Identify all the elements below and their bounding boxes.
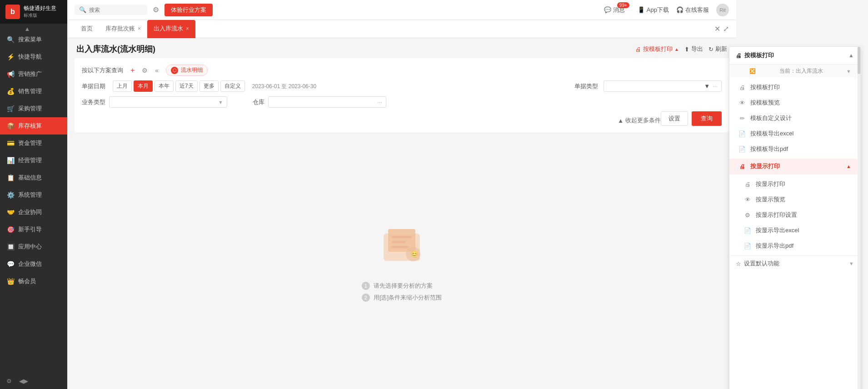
display-pdf-icon: 📄 xyxy=(744,242,751,249)
empty-tips: 1 请先选择要分析的方案 2 用[选]条件来缩小分析范围 xyxy=(362,282,442,302)
sales-icon: 💰 xyxy=(6,87,15,95)
dropdown-collapse-icon[interactable]: ▲ xyxy=(848,52,854,59)
purchase-icon: 🛒 xyxy=(6,105,15,113)
sidebar-item-member[interactable]: 👑 畅会员 xyxy=(0,273,67,290)
sidebar-item-appstore[interactable]: 🔲 应用中心 xyxy=(0,238,67,255)
date-btn-this-month[interactable]: 本月 xyxy=(134,80,153,92)
sidebar-item-finance[interactable]: 💳 资金管理 xyxy=(0,135,67,152)
empty-tip-1: 1 请先选择要分析的方案 xyxy=(362,282,442,290)
svg-rect-4 xyxy=(392,246,408,248)
date-btn-7days[interactable]: 近7天 xyxy=(175,80,198,92)
dropdown-item-display-settings[interactable]: ⚙ 按显示打印设置 xyxy=(729,207,860,223)
dropdown-icon-sub: 🔀 xyxy=(749,68,756,74)
dropdown-item-template-pdf[interactable]: 📄 按模板导出pdf xyxy=(729,141,860,157)
topbar-gear-icon[interactable]: ⚙ xyxy=(153,5,159,14)
display-excel-icon: 📄 xyxy=(744,227,751,234)
sidebar-settings-icon[interactable]: ⚙ xyxy=(6,378,12,384)
app-download-button[interactable]: 📱 App下载 xyxy=(638,6,669,14)
sidebar-item-inventory[interactable]: 📦 库存核算 xyxy=(0,117,67,135)
dropdown-item-template-print[interactable]: 🖨 按模板打印 xyxy=(729,80,860,95)
dropdown-item-template-custom[interactable]: ✏ 模板自定义设计 xyxy=(729,110,860,126)
dropdown-display-section: 🖨 按显示打印 👁 按显示预览 ⚙ 按显示打印设置 📄 按显示导出excel 📄… xyxy=(729,174,860,255)
sidebar-scroll-up[interactable]: ▲ xyxy=(0,24,27,31)
refresh-button[interactable]: ↻ 刷新 xyxy=(708,45,727,53)
tab-batch-account-close[interactable]: × xyxy=(138,25,141,32)
date-btn-last-month[interactable]: 上月 xyxy=(113,80,132,92)
filter-settings-icon[interactable]: ⚙ xyxy=(142,67,148,74)
message-count: 99+ xyxy=(617,2,629,8)
tab-flow[interactable]: 出入库流水 × xyxy=(147,20,195,38)
dropdown-item-display-preview[interactable]: 👁 按显示预览 xyxy=(729,192,860,207)
dropdown-item-display-pdf[interactable]: 📄 按显示导出pdf xyxy=(729,238,860,254)
tab-batch-account[interactable]: 库存批次账 × xyxy=(99,20,147,38)
bill-type-select[interactable]: ▼ ··· xyxy=(604,80,722,92)
business-type-input-wrap[interactable]: ▼ xyxy=(109,96,227,108)
date-btn-more[interactable]: 更多 xyxy=(200,80,219,92)
set-default-button[interactable]: ☆ 设置默认功能 xyxy=(736,259,779,268)
topbar-search-icon: 🔍 xyxy=(79,6,86,13)
filter-collapse-icon[interactable]: « xyxy=(155,67,159,74)
dropdown-display-print-header[interactable]: 🖨 按显示打印 ▲ xyxy=(729,159,860,174)
online-service-button[interactable]: 🎧 在线客服 xyxy=(676,6,709,14)
warehouse-input-wrap[interactable]: ··· xyxy=(268,96,386,108)
date-btn-this-year[interactable]: 本年 xyxy=(155,80,174,92)
collapse-button[interactable]: ▲ 收起更多条件 xyxy=(618,116,661,125)
sidebar-item-basic[interactable]: 📋 基础信息 xyxy=(0,169,67,186)
user-avatar[interactable]: Rit xyxy=(716,4,729,16)
sidebar-item-operations[interactable]: 📊 经营管理 xyxy=(0,152,67,169)
star-icon: ☆ xyxy=(736,260,741,267)
settings-button[interactable]: 设置 xyxy=(661,111,688,126)
sidebar-item-collab[interactable]: 🤝 企业协同 xyxy=(0,204,67,221)
tab-close-all-button[interactable]: ✕ xyxy=(714,25,720,33)
tabs-bar: 首页 库存批次账 × 出入库流水 × ✕ ⤢ xyxy=(67,20,736,38)
quick-nav-icon: ⚡ xyxy=(6,53,15,61)
sidebar-item-quick-nav[interactable]: ⚡ 快捷导航 xyxy=(0,48,67,65)
tab-maximize-button[interactable]: ⤢ xyxy=(723,25,729,33)
topbar: 🔍 ⚙ 体验行业方案 💬 消息 99+ 📱 App下载 🎧 在线客服 Rit xyxy=(67,0,736,20)
appstore-icon: 🔲 xyxy=(6,243,15,251)
business-type-input[interactable] xyxy=(113,99,216,105)
app-download-icon: 📱 xyxy=(638,6,645,13)
sidebar-item-search[interactable]: 🔍 搜索菜单 xyxy=(0,31,67,48)
message-button[interactable]: 💬 消息 99+ xyxy=(604,6,625,14)
tab-home[interactable]: 首页 xyxy=(75,20,99,38)
sidebar-item-sales[interactable]: 💰 销售管理 xyxy=(0,83,67,100)
query-button[interactable]: 查询 xyxy=(692,111,722,126)
sidebar-item-wechat[interactable]: 💬 企业微信 xyxy=(0,255,67,273)
panel-scrollbar-thumb xyxy=(858,47,860,74)
sidebar-item-marketing[interactable]: 📢 营销推广 xyxy=(0,65,67,83)
trial-button[interactable]: 体验行业方案 xyxy=(165,4,213,16)
sidebar-item-guide[interactable]: 🎯 新手引导 xyxy=(0,221,67,238)
sidebar-item-system[interactable]: ⚙️ 系统管理 xyxy=(0,186,67,204)
sidebar-toggle-icon[interactable]: ◀▶ xyxy=(19,378,28,384)
sidebar-bottom: ⚙ ◀▶ xyxy=(0,373,67,389)
dropdown-footer-arrow: ▼ xyxy=(849,261,854,266)
template-print-button[interactable]: 🖨 按模板打印 ▲ xyxy=(635,45,679,53)
dropdown-item-template-preview[interactable]: 👁 按模板预览 xyxy=(729,95,860,110)
warehouse-input[interactable] xyxy=(272,99,375,105)
page-actions: 🖨 按模板打印 ▲ ⬆ 导出 ↻ 刷新 xyxy=(635,45,727,53)
printer-header-icon: 🖨 xyxy=(736,52,742,59)
filter-add-button[interactable]: + xyxy=(130,66,135,75)
search-input[interactable] xyxy=(89,7,135,13)
panel-scrollbar[interactable] xyxy=(858,47,860,389)
collapse-up-icon: ▲ xyxy=(618,117,624,124)
dropdown-item-template-excel[interactable]: 📄 按模板导出excel xyxy=(729,126,860,141)
topbar-search-box[interactable]: 🔍 xyxy=(75,5,147,15)
date-filter-label: 单据日期 xyxy=(82,82,105,90)
warehouse-label: 仓库 xyxy=(253,98,264,106)
date-btn-custom[interactable]: 自定义 xyxy=(220,80,245,92)
dropdown-item-display-print[interactable]: 🖨 按显示打印 xyxy=(729,176,860,192)
dropdown-footer: ☆ 设置默认功能 ▼ xyxy=(729,255,860,271)
collab-icon: 🤝 xyxy=(6,208,15,216)
dropdown-header: 🖨 按模板打印 ▲ xyxy=(729,47,860,65)
topbar-right: 💬 消息 99+ 📱 App下载 🎧 在线客服 Rit xyxy=(604,4,729,16)
business-type-field: 业务类型 ▼ xyxy=(82,96,227,108)
sidebar-item-purchase[interactable]: 🛒 采购管理 xyxy=(0,100,67,117)
warehouse-more-icon: ··· xyxy=(377,99,382,105)
tab-flow-close[interactable]: × xyxy=(186,25,189,32)
display-settings-icon: ⚙ xyxy=(744,211,751,219)
export-button[interactable]: ⬆ 导出 xyxy=(684,45,703,53)
filter-row-3: 业务类型 ▼ 仓库 ··· xyxy=(82,96,722,108)
dropdown-item-display-excel[interactable]: 📄 按显示导出excel xyxy=(729,223,860,238)
